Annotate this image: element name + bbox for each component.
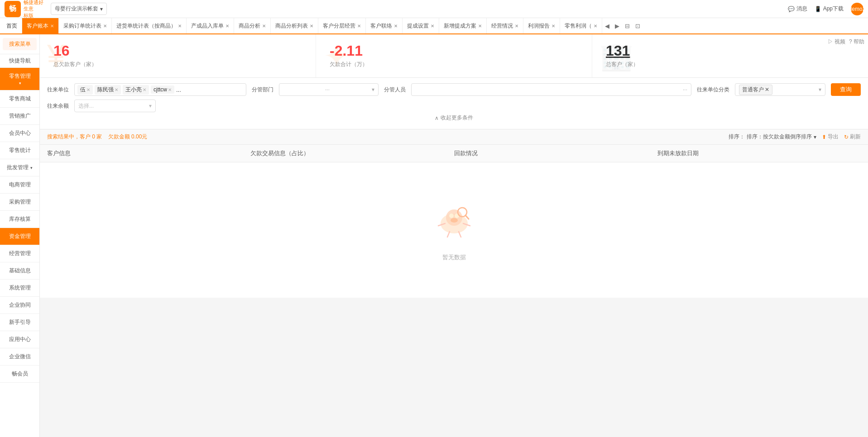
sort-selector[interactable]: 排序： 排序：按欠款金额倒序排序 ▾ [729,133,816,141]
unit-type-select[interactable]: 普通客户 ✕ ▾ [735,83,825,96]
close-icon[interactable]: ✕ [178,24,182,28]
app-download-label: App下载 [823,5,844,13]
unit-tag-2[interactable]: 陈民强 ✕ [95,85,121,95]
filter-row-2: 往来余额 选择... ▾ [47,100,861,112]
app-download-btn[interactable]: 📱 App下载 [815,5,844,13]
sidebar-item-capital-mgmt[interactable]: 资金管理 [0,228,39,245]
user-profile[interactable]: demo2 [851,3,863,15]
chevron-down-icon: ▾ [814,134,816,140]
tab-home-label: 首页 [6,22,17,30]
tab-product-analysis-list[interactable]: 商品分析列表 ✕ [271,18,318,34]
tab-purchase-stats-label: 进货单统计表（按商品） [116,22,176,30]
close-icon[interactable]: ✕ [551,24,555,28]
sidebar-item-enterprise-wechat[interactable]: 企业微信 [0,348,39,366]
sidebar-item-inventory[interactable]: 库存核算 [0,211,39,228]
result-info: 搜索结果中，客户 0 家 欠款金额 0.00元 [47,133,147,141]
close-icon[interactable]: ✕ [394,24,398,28]
tab-customer-contact[interactable]: 客户联络 ✕ [366,18,403,34]
tab-nav-more[interactable]: ⊟ [622,18,633,34]
tab-operation-status[interactable]: 经营情况 ✕ [487,18,523,34]
tag-text: 陈民强 [97,86,114,94]
close-icon[interactable]: ✕ [431,24,434,28]
tab-product-inbound-label: 产成品入库单 [191,22,224,30]
dept-select[interactable]: ··· ▾ [279,83,379,96]
sidebar-item-operation-mgmt[interactable]: 经营管理 [0,245,39,262]
sidebar-item-premium-member[interactable]: 畅会员 [0,366,39,383]
logo-text-line1: 畅捷通好生意 [24,0,44,12]
more-tags-btn[interactable]: ... [176,86,181,93]
quick-nav-button[interactable]: 快捷导航 [0,54,39,68]
close-icon[interactable]: ✕ [515,24,518,28]
unit-tag-4[interactable]: cjttcw ✕ [151,86,174,94]
close-icon[interactable]: ✕ [262,24,266,28]
tab-retail-profit[interactable]: 零售利润（ ✕ [560,18,602,34]
remainder-select[interactable]: 选择... ▾ [74,100,156,112]
tab-improve-settings[interactable]: 提成设置 ✕ [403,18,439,34]
svg-point-2 [449,214,454,218]
query-button[interactable]: 查询 [831,83,861,96]
collapse-filters-btn[interactable]: ∧ 收起更多条件 [47,112,861,124]
close-icon[interactable]: ✕ [357,24,361,28]
close-icon[interactable]: ✕ [225,24,229,28]
tag-close-icon[interactable]: ✕ [115,87,118,92]
close-icon[interactable]: ✕ [103,24,107,28]
tab-operation-status-label: 经营情况 [491,22,513,30]
tag-close-icon[interactable]: ✕ [143,87,146,92]
sidebar-item-member-center[interactable]: 会员中心 [0,125,39,142]
unit-tags-container[interactable]: 伍 ✕ 陈民强 ✕ 王小亮 ✕ cjttcw ✕ ... [74,83,246,96]
sidebar-item-app-center[interactable]: 应用中心 [0,331,39,348]
unit-type-tag[interactable]: 普通客户 ✕ [739,85,772,95]
close-icon[interactable]: ✕ [310,24,313,28]
tab-product-analysis[interactable]: 商品分析 ✕ [234,18,271,34]
sidebar-item-label: 电商管理 [9,181,31,189]
tag-close-icon[interactable]: ✕ [765,86,769,93]
tab-purchase-order[interactable]: 采购订单统计表 ✕ [59,18,112,34]
refresh-button[interactable]: ↻ 刷新 [844,133,861,141]
tab-improve-settings-label: 提成设置 [407,22,429,30]
close-icon[interactable]: ✕ [478,24,482,28]
logo-initial: 畅 [9,4,16,14]
tab-product-analysis-label: 商品分析 [239,22,260,30]
messages-btn[interactable]: 💬 消息 [788,5,807,13]
sidebar-item-new-guide[interactable]: 新手引导 [0,314,39,331]
sidebar-item-retail-mgmt[interactable]: 零售管理 ▾ [0,68,39,90]
tag-close-icon[interactable]: ✕ [168,87,172,92]
help-btn[interactable]: ? 帮助 [849,38,864,46]
video-help-btn[interactable]: ▷ 视频 [828,38,845,46]
person-more-icon: ··· [683,86,687,93]
sidebar-item-basic-info[interactable]: 基础信息 [0,262,39,280]
tab-home[interactable]: 首页 [2,18,22,34]
filter-area: 往来单位 伍 ✕ 陈民强 ✕ 王小亮 ✕ cjttcw [40,78,868,129]
tab-new-improve[interactable]: 新增提成方案 ✕ [439,18,487,34]
sidebar-item-marketing[interactable]: 营销推广 [0,108,39,125]
tab-customer-segment[interactable]: 客户分层经营 ✕ [318,18,366,34]
sidebar-item-label: 系统管理 [9,284,31,292]
sidebar-item-purchase-mgmt[interactable]: 采购管理 [0,194,39,211]
close-icon[interactable]: ✕ [594,24,597,28]
sidebar-item-label: 畅会员 [12,370,28,378]
close-icon[interactable]: ✕ [50,24,54,28]
tag-close-icon[interactable]: ✕ [86,87,90,92]
tab-maximize[interactable]: ⊡ [633,18,643,34]
person-select[interactable]: ··· [411,83,691,96]
tab-customer-balance[interactable]: 客户账本 ✕ [22,18,59,34]
unit-tag-1[interactable]: 伍 ✕ [77,85,93,95]
tab-nav-left[interactable]: ◀ [602,18,612,34]
sidebar-item-ecommerce-mgmt[interactable]: 电商管理 [0,176,39,194]
tab-nav-right[interactable]: ▶ [612,18,622,34]
table-header: 客户信息 欠款交易信息（占比） 回款情况 到期未放款日期 [40,145,868,162]
search-menu-button[interactable]: 搜索菜单 [3,38,37,50]
content-area: ¥ 16 总欠款客户（家） ✦ -2.11 欠款合计（万） 🏢 131 总客户（… [40,34,868,437]
sidebar-item-enterprise-collab[interactable]: 企业协同 [0,297,39,314]
tab-profit-report[interactable]: 利润报告 ✕ [523,18,560,34]
sidebar-item-retail-stats[interactable]: 零售统计 [0,142,39,159]
export-button[interactable]: ⬆ 导出 [822,133,839,141]
chevron-up-icon: ∧ [435,115,439,121]
store-selector[interactable]: 母婴行业演示帐套 ▾ [51,3,107,15]
unit-tag-3[interactable]: 王小亮 ✕ [123,85,149,95]
sidebar-item-wholesale-mgmt[interactable]: 批发管理 ▾ [0,159,39,176]
sidebar-item-retail-shop[interactable]: 零售商城 [0,90,39,108]
tab-purchase-stats[interactable]: 进货单统计表（按商品） ✕ [112,18,187,34]
sidebar-item-system-mgmt[interactable]: 系统管理 [0,280,39,297]
tab-product-inbound[interactable]: 产成品入库单 ✕ [187,18,234,34]
